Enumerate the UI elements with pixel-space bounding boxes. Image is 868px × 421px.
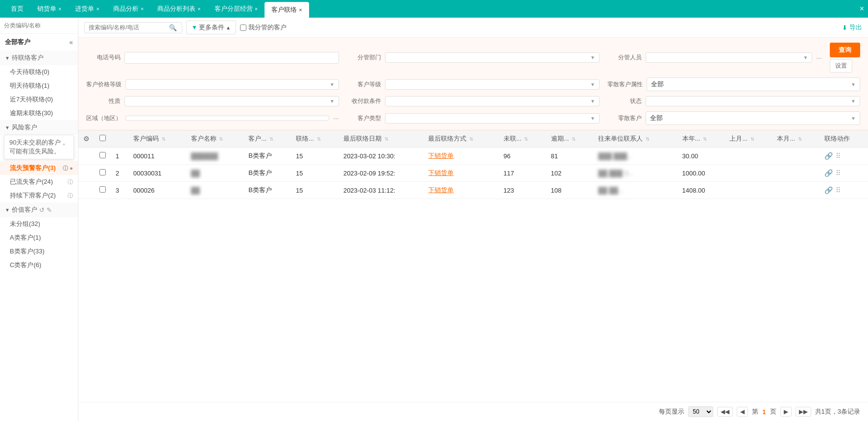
filter-nature-select[interactable]: ▼: [124, 96, 339, 106]
my-customers-checkbox-label[interactable]: 我分管的客户: [240, 23, 287, 32]
col-last-contact-way[interactable]: 最后联络方式 ⇅: [423, 130, 498, 148]
sidebar-search-area: 🔍: [0, 18, 78, 34]
sidebar-item-b-class[interactable]: B类客户(33): [0, 245, 78, 258]
filter-dept-select[interactable]: ▼: [385, 52, 600, 63]
query-button[interactable]: 查询: [830, 43, 860, 57]
close-sales-tab[interactable]: ×: [58, 6, 61, 12]
nav-analysis[interactable]: 商品分析 ×: [106, 0, 150, 18]
sidebar-all-customers[interactable]: 全部客户 «: [0, 34, 78, 50]
row-menu-icon-2[interactable]: ⠿: [836, 186, 841, 194]
row-link-icon-0[interactable]: 🔗: [824, 152, 833, 160]
value-refresh-icon[interactable]: ↺: [39, 206, 45, 214]
filter-price-level-select[interactable]: ▼: [125, 79, 339, 90]
row-last-way-1[interactable]: 下销货单: [423, 165, 498, 182]
col-contact-count[interactable]: 联络... ⇅: [291, 130, 338, 148]
next-page-button[interactable]: ▶: [780, 407, 792, 417]
manager-dots[interactable]: ···: [816, 54, 822, 62]
nav-home[interactable]: 首页: [4, 0, 30, 18]
filter-row-customer-type: 客户类型 ▼: [347, 111, 600, 125]
row-checkbox-input-2[interactable]: [99, 186, 106, 193]
row-menu-icon-0[interactable]: ⠿: [836, 152, 841, 160]
filter-phone-input[interactable]: [124, 52, 339, 64]
filter-status-select[interactable]: ▼: [646, 96, 860, 106]
filter-customer-level-label: 客户等级: [347, 80, 381, 89]
row-checkbox-input-1[interactable]: [99, 169, 106, 175]
nav-sales[interactable]: 销货单 ×: [30, 0, 68, 18]
sidebar-item-declining[interactable]: 持续下滑客户(2) ⓘ: [0, 189, 78, 202]
sidebar-group-value-title[interactable]: ▼ 价值客户 ↺ ✎: [0, 202, 78, 217]
col-last-month[interactable]: 上月... ⇅: [724, 130, 772, 148]
select-all-checkbox[interactable]: [99, 135, 106, 141]
sidebar-group-risk-title[interactable]: ▼ 风险客户: [0, 120, 78, 135]
col-no-contact[interactable]: 未联... ⇅: [499, 130, 546, 148]
row-link-icon-1[interactable]: 🔗: [824, 169, 833, 177]
row-name-0[interactable]: ██████: [186, 148, 244, 165]
sidebar-item-7days[interactable]: 近7天待联络(0): [0, 93, 78, 106]
row-type-0: B类客户: [243, 148, 291, 165]
col-this-year[interactable]: 本年... ⇅: [677, 130, 725, 148]
close-analysis-list-tab[interactable]: ×: [197, 6, 200, 12]
filter-bar: 🔍 ▼ 更多条件 ▲ 我分管的客户 ⬇ 导出: [78, 18, 868, 38]
row-name-2[interactable]: ██: [186, 182, 244, 199]
row-checkbox-input-0[interactable]: [99, 152, 106, 158]
filter-payment-select[interactable]: ▼: [385, 96, 600, 106]
region-dots[interactable]: ···: [333, 114, 339, 122]
nav-analysis-list[interactable]: 商品分析列表 ×: [150, 0, 207, 18]
page-size-select[interactable]: 50 100: [688, 406, 713, 417]
row-name-1[interactable]: ██: [186, 165, 244, 182]
col-customer-code[interactable]: 客户编码 ⇅: [128, 130, 186, 148]
my-customers-checkbox[interactable]: [240, 25, 246, 31]
filter-customer-level-select[interactable]: ▼: [385, 79, 600, 90]
row-checkbox-2[interactable]: [95, 182, 111, 199]
nav-purchase[interactable]: 进货单 ×: [68, 0, 106, 18]
last-page-button[interactable]: ▶▶: [796, 407, 811, 417]
sidebar-group-pending-title[interactable]: ▼ 待联络客户: [0, 50, 78, 65]
row-last-way-0[interactable]: 下销货单: [423, 148, 498, 165]
table-gear-icon[interactable]: ⚙: [83, 135, 90, 143]
close-customer-contact-tab[interactable]: ×: [299, 7, 302, 13]
prev-page-button[interactable]: ◀: [737, 407, 748, 417]
export-button[interactable]: ⬇ 导出: [842, 23, 862, 32]
col-customer-type[interactable]: 客户... ⇅: [243, 130, 291, 148]
close-purchase-tab[interactable]: ×: [96, 6, 99, 12]
filter-search-input[interactable]: [89, 24, 167, 31]
close-customer-layer-tab[interactable]: ×: [255, 6, 258, 12]
value-edit-icon[interactable]: ✎: [47, 206, 52, 214]
filter-row-nature: 性质 ▼: [86, 96, 339, 106]
nav-customer-layer[interactable]: 客户分层经营 ×: [208, 0, 265, 18]
sidebar-item-c-class[interactable]: C类客户(6): [0, 258, 78, 272]
sidebar-item-a-class[interactable]: A类客户(1): [0, 231, 78, 245]
row-checkbox-1[interactable]: [95, 165, 111, 182]
close-analysis-tab[interactable]: ×: [141, 6, 144, 12]
sidebar-item-overdue-contact[interactable]: 逾期未联络(30): [0, 106, 78, 120]
sidebar-item-churn-warning[interactable]: 流失预警客户(3) ⓘ ●: [0, 161, 78, 175]
close-all-button[interactable]: ×: [860, 4, 864, 13]
filter-retail-attr-select[interactable]: 全部 ▼: [647, 77, 860, 91]
more-conditions-button[interactable]: ▼ 更多条件 ▲: [186, 21, 236, 34]
settings-button[interactable]: 设置: [830, 59, 852, 73]
col-customer-name[interactable]: 客户名称 ⇅: [186, 130, 244, 148]
filter-customer-type-select[interactable]: ▼: [385, 113, 600, 124]
filter-search-icon[interactable]: 🔍: [169, 24, 177, 31]
filter-row-price-level: 客户价格等级 ▼: [86, 77, 339, 91]
sidebar-item-tomorrow[interactable]: 明天待联络(1): [0, 79, 78, 93]
col-unit-contact[interactable]: 往来单位联系人 ⇅: [593, 130, 677, 148]
nav-customer-contact[interactable]: 客户联络 ×: [265, 2, 309, 18]
col-overdue[interactable]: 逾期... ⇅: [546, 130, 594, 148]
sidebar-item-today[interactable]: 今天待联络(0): [0, 65, 78, 79]
sidebar-item-churned[interactable]: 已流失客户(24) ⓘ: [0, 175, 78, 189]
filter-region-select[interactable]: [125, 116, 329, 121]
col-last-contact-date[interactable]: 最后联络日期 ⇅: [338, 130, 423, 148]
row-last-way-2[interactable]: 下销货单: [423, 182, 498, 199]
row-checkbox-0[interactable]: [95, 148, 111, 165]
col-this-month[interactable]: 本月... ⇅: [772, 130, 820, 148]
row-link-icon-2[interactable]: 🔗: [824, 186, 833, 194]
filter-retail-customer-select[interactable]: 全部 ▼: [646, 111, 860, 125]
sidebar-collapse-icon[interactable]: «: [69, 38, 73, 46]
row-menu-icon-1[interactable]: ⠿: [836, 169, 841, 177]
sidebar-item-ungroup[interactable]: 未分组(32): [0, 217, 78, 231]
first-page-button[interactable]: ◀◀: [717, 407, 733, 417]
sidebar-search-input[interactable]: [4, 22, 77, 29]
filter-manager-select[interactable]: ▼: [646, 52, 812, 63]
declining-icon: ⓘ: [68, 192, 73, 199]
